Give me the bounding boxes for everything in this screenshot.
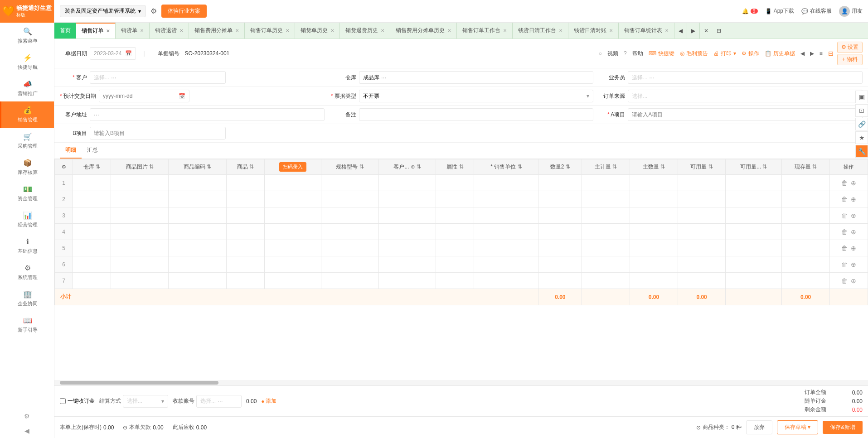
payment-method-select[interactable]: 选择... ▾ [123,395,168,408]
cell-customer-code[interactable] [379,256,436,273]
solution-btn[interactable]: 体验行业方案 [161,5,207,18]
order-source-select[interactable]: 选择... ▾ [628,90,863,102]
tab-daily-workbench[interactable]: 钱货日清工作台 ✕ [513,23,568,39]
cell-product[interactable] [226,256,264,273]
address-dots-icon[interactable]: ··· [94,111,99,118]
th-gear[interactable]: ⚙ [55,159,73,175]
grid-view-icon[interactable]: ⊟ [828,50,834,57]
tab-close-icon-7[interactable]: ✕ [381,28,384,33]
sidebar-item-stock[interactable]: 📦 库存核算 [0,154,54,180]
tab-sales-invoice[interactable]: 销货单 ✕ [116,23,150,39]
sidebar-item-purchase[interactable]: 🛒 采购管理 [0,128,54,154]
right-tool-3[interactable]: 🔗 [855,118,868,130]
tab-sales-return[interactable]: 销货退货 ✕ [150,23,189,39]
cell-unit[interactable] [474,273,538,289]
cell-warehouse[interactable] [73,240,111,256]
nav-arrow-right[interactable]: ▶ [810,50,814,57]
row-delete-icon[interactable]: 🗑 [841,179,848,187]
tab-close-icon-4[interactable]: ✕ [235,28,239,33]
sidebar-item-guide[interactable]: 📖 新手引导 [0,312,54,338]
cell-main-qty[interactable] [630,207,678,224]
cell-spec[interactable] [321,273,378,289]
cell-attributes[interactable] [436,273,474,289]
tab-close-icon-9[interactable]: ✕ [503,28,507,33]
tab-close-icon-8[interactable]: ✕ [447,28,451,33]
cell-code[interactable] [169,256,226,273]
view-btn[interactable]: 视频 [607,50,618,58]
b-project-input[interactable] [90,127,226,140]
cell-product[interactable] [226,240,264,256]
row-copy-icon[interactable]: ⊕ [851,261,856,268]
cell-warehouse[interactable] [73,273,111,289]
cell-qty2[interactable] [538,240,582,256]
row-copy-icon[interactable]: ⊕ [851,245,856,252]
cell-unit[interactable] [474,207,538,224]
cell-attributes[interactable] [436,256,474,273]
tab-close-icon[interactable]: ✕ [106,29,110,34]
cell-attributes[interactable] [436,224,474,240]
address-input[interactable]: ··· [90,108,325,121]
remark-input[interactable] [359,108,594,121]
cell-spec[interactable] [321,240,378,256]
nav-arrow-left[interactable]: ◀ [800,50,805,57]
cell-unit[interactable] [474,240,538,256]
discard-btn[interactable]: 放弃 [746,420,772,434]
cell-main-qty[interactable] [630,224,678,240]
cell-unit[interactable] [474,175,538,191]
cell-spec[interactable] [321,256,378,273]
row-copy-icon[interactable]: ⊕ [851,212,856,219]
cell-customer-code[interactable] [379,273,436,289]
tab-order-history[interactable]: 销售订单历史 ✕ [245,23,295,39]
user-avatar[interactable]: 👤 用友 [839,6,863,17]
a-project-input[interactable] [628,108,863,121]
row-delete-icon[interactable]: 🗑 [841,212,848,219]
cell-main-qty[interactable] [630,191,678,207]
tab-nav-right[interactable]: ▶ [687,23,700,39]
calendar-icon[interactable]: 📅 [125,50,132,57]
app-download-btn[interactable]: 📱 App下载 [765,7,794,15]
profit-btn[interactable]: ◎ 毛利预告 [680,50,708,58]
delivery-date-text-input[interactable] [103,93,177,99]
tab-close-icon-10[interactable]: ✕ [559,28,563,33]
cell-code[interactable] [169,273,226,289]
scan-btn[interactable]: 扫码录入 [279,162,306,172]
system-selector[interactable]: 装备及固定资产辅助管理系统 ▾ [60,5,146,17]
cell-qty2[interactable] [538,224,582,240]
cell-qty2[interactable] [538,191,582,207]
delivery-date-input[interactable]: 📅 [99,90,189,102]
tab-close-all[interactable]: ✕ [700,23,713,39]
tab-close-icon-3[interactable]: ✕ [179,28,183,33]
quick-checkout-input[interactable] [60,398,66,404]
cell-spec[interactable] [321,207,378,224]
cell-attributes[interactable] [436,175,474,191]
cell-main-qty[interactable] [630,273,678,289]
cell-product[interactable] [226,175,264,191]
sidebar-item-sales[interactable]: 💰 销售管理 [0,101,54,128]
warehouse-dots-icon[interactable]: ··· [381,74,387,81]
sidebar-item-sys[interactable]: ⚙ 系统管理 [0,259,54,285]
sidebar-settings-btn[interactable]: ⚙ [0,409,54,424]
tab-close-icon-11[interactable]: ✕ [609,28,613,33]
tab-grid-view[interactable]: ⊟ [713,23,725,39]
tab-summary[interactable]: 汇总 [82,143,103,159]
cell-attributes[interactable] [436,191,474,207]
history-btn[interactable]: 📋 历史单据 [765,50,795,58]
sidebar-item-corp[interactable]: 🏢 企业协同 [0,285,54,312]
th-scan[interactable]: 扫码录入 [264,159,321,175]
tab-fee-history[interactable]: 销售费用分摊单历史 ✕ [390,23,457,39]
help-btn[interactable]: 帮助 [632,50,643,58]
sidebar-collapse-btn[interactable]: ◀ [0,424,54,438]
tab-order-stats[interactable]: 销售订单统计表 ✕ [619,23,674,39]
cell-spec[interactable] [321,175,378,191]
right-tool-5[interactable]: 🔧 [855,145,868,158]
sidebar-item-finance[interactable]: 💵 资金管理 [0,180,54,207]
cell-product[interactable] [226,224,264,240]
shortcut-btn[interactable]: ⌨ 快捷键 [649,50,674,58]
cell-unit[interactable] [474,224,538,240]
tab-close-icon-5[interactable]: ✕ [286,28,289,33]
sidebar-item-promo[interactable]: 📣 营销推广 [0,75,54,101]
cell-customer-code[interactable] [379,191,436,207]
cell-spec[interactable] [321,191,378,207]
quick-checkout-checkbox[interactable]: 一键收订金 [60,397,95,405]
cell-code[interactable] [169,240,226,256]
